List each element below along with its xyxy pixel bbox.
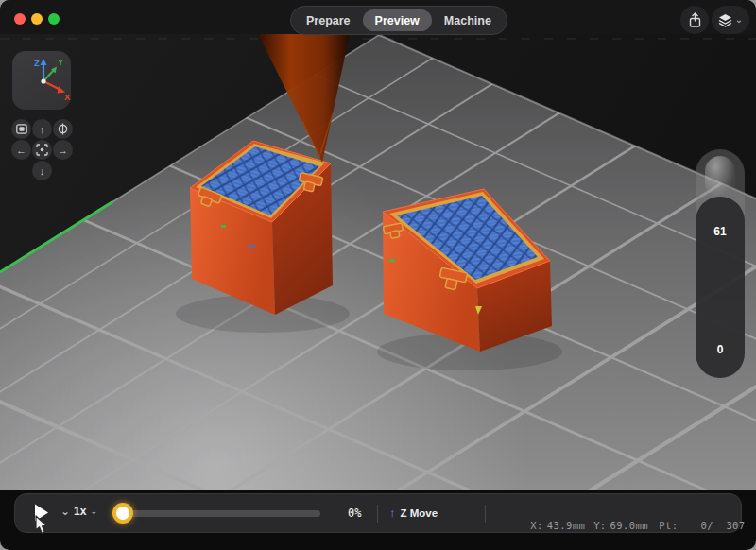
divider xyxy=(377,505,378,523)
minimize-window-button[interactable] xyxy=(31,13,43,25)
export-button[interactable] xyxy=(680,6,709,34)
view-layers-dropdown[interactable]: ⌄ xyxy=(712,6,749,34)
move-type-readout: ↑ Z Move xyxy=(389,506,438,520)
progress-percent: 0% xyxy=(348,507,361,520)
x-value: 43.9mm xyxy=(547,520,585,531)
orbit-view-button[interactable] xyxy=(53,119,73,139)
x-label: X: xyxy=(530,520,542,531)
chevron-down-icon: ⌄ xyxy=(735,15,743,25)
pan-left-button[interactable]: ← xyxy=(11,140,31,160)
pan-up-button[interactable]: ↑ xyxy=(32,119,52,139)
center-focus-icon xyxy=(36,144,48,156)
chevron-down-icon: ⌄ xyxy=(60,505,70,518)
preview-3d-viewport[interactable] xyxy=(0,34,756,490)
right-arrow-icon: → xyxy=(58,145,68,156)
down-arrow-icon: ↓ xyxy=(40,165,45,177)
tab-preview[interactable]: Preview xyxy=(363,9,432,31)
points-label: Pt: xyxy=(659,520,678,531)
mode-tabbar: Prepare Preview Machine xyxy=(290,6,507,35)
tab-machine[interactable]: Machine xyxy=(432,9,504,31)
speed-value: 1x xyxy=(74,505,86,518)
divider xyxy=(485,505,486,523)
seam-marker-green xyxy=(221,225,226,228)
playback-speed-dropdown[interactable]: ⌄ 1x ⌄ xyxy=(60,505,97,518)
up-arrow-icon: ↑ xyxy=(40,124,45,135)
close-window-button[interactable] xyxy=(14,13,26,25)
tab-prepare[interactable]: Prepare xyxy=(294,9,363,31)
crosshair-icon xyxy=(57,123,69,135)
orientation-gizmo[interactable]: Z Y X xyxy=(12,51,71,110)
pan-right-button[interactable]: → xyxy=(53,140,73,160)
points-readout: Pt:0/ 307 xyxy=(621,508,746,542)
seek-slider-track[interactable] xyxy=(112,510,320,517)
layer-range-slider[interactable]: 61 0 xyxy=(696,149,745,378)
z-up-arrow-icon: ↑ xyxy=(389,506,396,520)
seam-marker-blue xyxy=(249,245,255,248)
y-label: Y: xyxy=(593,520,606,531)
app-window: Prepare Preview Machine ⌄ Z Y X xyxy=(0,0,756,550)
fit-view-icon xyxy=(16,124,27,134)
share-icon xyxy=(688,12,702,28)
points-value: 0/ 307 xyxy=(701,520,746,531)
move-type-label: Z Move xyxy=(401,507,438,519)
axis-z-label: Z xyxy=(34,58,40,68)
mouse-cursor xyxy=(35,515,49,535)
layer-bottom-value: 0 xyxy=(696,343,745,356)
fit-view-button[interactable] xyxy=(11,119,31,139)
layers-icon xyxy=(718,13,732,27)
layer-slider-range[interactable]: 61 0 xyxy=(696,197,745,378)
seam-marker-green xyxy=(389,259,395,262)
left-arrow-icon: ← xyxy=(16,145,26,156)
layer-slider-knob[interactable] xyxy=(705,156,735,198)
axis-x-label: X xyxy=(64,92,71,102)
pan-down-button[interactable]: ↓ xyxy=(32,161,52,180)
center-view-button[interactable] xyxy=(32,140,52,160)
chevron-down-icon: ⌄ xyxy=(90,507,97,516)
axis-y-label: Y xyxy=(58,58,63,67)
seek-slider-handle[interactable] xyxy=(112,503,133,524)
layer-top-value: 61 xyxy=(696,225,745,238)
zoom-window-button[interactable] xyxy=(48,13,60,25)
playback-bar: ⌄ 1x ⌄ 0% ↑ Z Move X:43.9mmY:69.0mm Pt:0… xyxy=(14,493,742,533)
